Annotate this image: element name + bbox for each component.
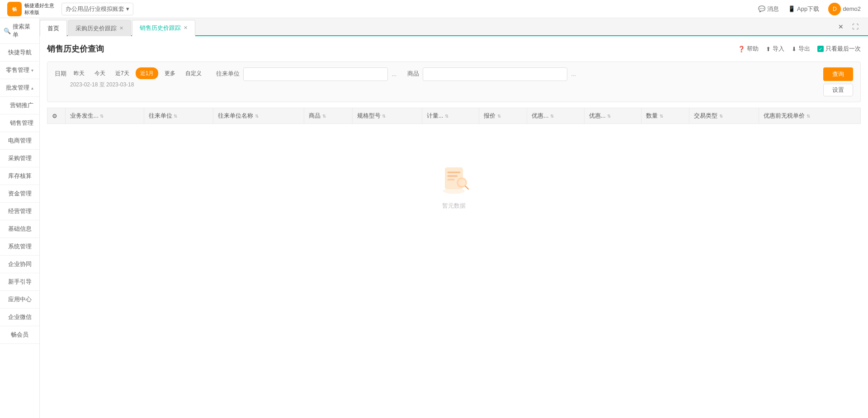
export-action[interactable]: ⬇ 导出	[792, 45, 810, 53]
sidebar-item-inventory[interactable]: 库存核算	[0, 167, 39, 185]
sidebar-item-app-center[interactable]: 应用中心	[0, 291, 39, 309]
app-download-nav-item[interactable]: 📱 App下载	[788, 5, 819, 13]
th-price[interactable]: 报价 ⇅	[479, 108, 527, 124]
date-7days[interactable]: 近7天	[112, 67, 133, 79]
date-range-row: 2023-02-18 至 2023-03-18	[70, 81, 205, 89]
tab-home-label: 首页	[47, 24, 59, 33]
svg-rect-5	[448, 176, 458, 177]
avatar: D	[828, 3, 841, 15]
sidebar-item-search[interactable]: 🔍 搜索菜单	[0, 18, 39, 44]
page-title-bar: 销售历史价查询 ❓ 帮助 ⬆ 导入 ⬇ 导出 ✓	[47, 43, 861, 54]
sort-icon-partner-code[interactable]: ⇅	[174, 114, 177, 119]
th-discount-amount[interactable]: 优惠... ⇅	[584, 108, 641, 124]
logo-text: 畅捷通好生意 标准版	[24, 2, 54, 15]
import-action[interactable]: ⬆ 导入	[766, 45, 784, 53]
sidebar-item-sales-mgmt[interactable]: 销售管理	[0, 114, 39, 132]
partner-ellipsis[interactable]: ...	[392, 67, 396, 81]
th-biz-date-label: 业务发生...	[70, 112, 99, 119]
sidebar-item-system[interactable]: 系统管理	[0, 238, 39, 256]
sort-icon-discount-rate[interactable]: ⇅	[550, 114, 554, 119]
th-pretax-price[interactable]: 优惠前无税单价 ⇅	[759, 108, 861, 124]
th-unit-label: 计量...	[427, 112, 443, 119]
date-more[interactable]: 更多	[161, 67, 179, 79]
tab-purchase-label: 采购历史价跟踪	[75, 24, 117, 33]
product-ellipsis[interactable]: ...	[571, 67, 576, 81]
th-partner-code-label: 往来单位	[149, 112, 172, 119]
th-partner-code[interactable]: 往来单位 ⇅	[144, 108, 213, 124]
sort-icon-quantity[interactable]: ⇅	[660, 114, 663, 119]
th-product-label: 商品	[309, 112, 321, 119]
sidebar-item-retail[interactable]: 零售管理 ▾	[0, 62, 39, 79]
sidebar-item-wechat[interactable]: 企业微信	[0, 309, 39, 326]
th-partner-name[interactable]: 往来单位名称 ⇅	[213, 108, 304, 124]
settings-button[interactable]: 设置	[823, 84, 853, 96]
sort-icon-spec[interactable]: ⇅	[382, 114, 386, 119]
date-1month[interactable]: 近1月	[136, 67, 159, 79]
checkbox-icon: ✓	[817, 46, 824, 52]
workspace-selector[interactable]: 办公用品行业模拟账套 ▾	[61, 3, 133, 15]
svg-line-9	[466, 186, 468, 189]
maximize-action[interactable]: ⛶	[850, 21, 861, 32]
partner-filter-input[interactable]	[243, 67, 388, 81]
th-pretax-price-label: 优惠前无税单价	[764, 112, 805, 119]
tab-home[interactable]: 首页	[40, 20, 67, 36]
export-icon: ⬇	[792, 46, 797, 52]
tab-bar: 首页 采购历史价跟踪 ✕ 销售历史价跟踪 ✕ ✕ ⛶	[40, 18, 868, 36]
sidebar-item-wholesale[interactable]: 批发管理 ▴	[0, 79, 39, 97]
query-button[interactable]: 查询	[823, 67, 853, 81]
date-today[interactable]: 今天	[91, 67, 109, 79]
sort-icon-unit[interactable]: ⇅	[445, 114, 448, 119]
sidebar-item-ecommerce[interactable]: 电商管理	[0, 132, 39, 150]
page-actions: ❓ 帮助 ⬆ 导入 ⬇ 导出 ✓ 只看最后一次	[738, 45, 861, 53]
date-yesterday[interactable]: 昨天	[70, 67, 88, 79]
top-header: 畅 畅捷通好生意 标准版 办公用品行业模拟账套 ▾ 💬 消息 📱 App下载 D…	[0, 0, 868, 18]
sidebar-item-member[interactable]: 畅会员	[0, 326, 39, 344]
product-filter-input[interactable]	[423, 67, 567, 81]
th-unit[interactable]: 计量... ⇅	[422, 108, 479, 124]
sidebar: 🔍 搜索菜单 快捷导航 零售管理 ▾ 批发管理 ▴ 营销推广 销售管理 电商管理…	[0, 18, 40, 418]
th-quantity-label: 数量	[646, 112, 658, 119]
sort-icon-price[interactable]: ⇅	[497, 114, 501, 119]
sidebar-item-finance[interactable]: 资金管理	[0, 185, 39, 203]
help-action[interactable]: ❓ 帮助	[738, 45, 759, 53]
page-content: 销售历史价查询 ❓ 帮助 ⬆ 导入 ⬇ 导出 ✓	[40, 36, 868, 418]
sidebar-item-enterprise[interactable]: 企业协同	[0, 256, 39, 273]
table-container: ⚙ 业务发生... ⇅ 往来单位 ⇅ 往来单位名称	[47, 108, 861, 246]
header-right: 💬 消息 📱 App下载 D demo2	[758, 3, 861, 15]
sidebar-item-guide[interactable]: 新手引导	[0, 273, 39, 291]
date-buttons-row: 昨天 今天 近7天 近1月 更多 自定义	[70, 67, 205, 79]
user-nav-item[interactable]: D demo2	[828, 3, 861, 15]
tab-sales-history[interactable]: 销售历史价跟踪 ✕	[132, 20, 195, 36]
sort-icon-biz-date[interactable]: ⇅	[100, 114, 104, 119]
sort-icon-pretax-price[interactable]: ⇅	[807, 114, 810, 119]
th-spec[interactable]: 规格型号 ⇅	[352, 108, 422, 124]
th-product[interactable]: 商品 ⇅	[304, 108, 353, 124]
sort-icon-partner-name[interactable]: ⇅	[255, 114, 259, 119]
th-gear[interactable]: ⚙	[47, 108, 66, 124]
sidebar-item-basic-info[interactable]: 基础信息	[0, 220, 39, 238]
only-last-checkbox[interactable]: ✓ 只看最后一次	[817, 45, 861, 53]
date-filter-options: 昨天 今天 近7天 近1月 更多 自定义 2023-02-18 至 2023-0…	[70, 67, 205, 89]
sort-icon-trade-type[interactable]: ⇅	[719, 114, 723, 119]
date-custom[interactable]: 自定义	[182, 67, 205, 79]
th-discount-rate[interactable]: 优惠... ⇅	[527, 108, 584, 124]
sort-icon-discount-amount[interactable]: ⇅	[607, 114, 611, 119]
th-biz-date[interactable]: 业务发生... ⇅	[66, 108, 144, 124]
sidebar-item-marketing[interactable]: 营销推广	[0, 97, 39, 114]
th-trade-type-label: 交易类型	[694, 112, 717, 119]
close-tab-action[interactable]: ✕	[835, 21, 846, 32]
tab-purchase-history[interactable]: 采购历史价跟踪 ✕	[68, 20, 131, 36]
content-area: 首页 采购历史价跟踪 ✕ 销售历史价跟踪 ✕ ✕ ⛶ 销售历史价查询	[40, 18, 868, 418]
tab-sales-close[interactable]: ✕	[184, 25, 188, 30]
tab-purchase-close[interactable]: ✕	[119, 26, 123, 31]
th-trade-type[interactable]: 交易类型 ⇅	[689, 108, 759, 124]
sidebar-item-operations[interactable]: 经营管理	[0, 203, 39, 220]
gear-icon: ⚙	[52, 113, 57, 119]
message-nav-item[interactable]: 💬 消息	[758, 5, 779, 13]
sidebar-item-purchase[interactable]: 采购管理	[0, 150, 39, 167]
tab-sales-label: 销售历史价跟踪	[140, 24, 181, 32]
sidebar-item-shortcuts[interactable]: 快捷导航	[0, 44, 39, 62]
date-range-text: 2023-02-18 至 2023-03-18	[70, 81, 134, 89]
sort-icon-product[interactable]: ⇅	[322, 114, 326, 119]
th-quantity[interactable]: 数量 ⇅	[641, 108, 689, 124]
